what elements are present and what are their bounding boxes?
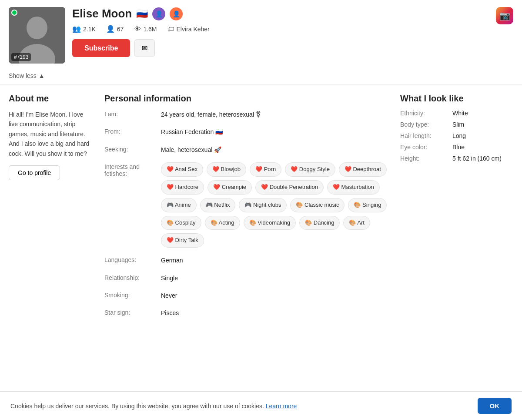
- followers-stat: 👥 2.1K: [72, 25, 96, 33]
- interests-tags: ❤️ Anal Sex❤️ Blowjob❤️ Porn❤️ Doggy Sty…: [161, 162, 387, 248]
- interest-tag: ❤️ Blowjob: [207, 162, 246, 177]
- about-section: About me Hi all! I'm Elise Moon. I love …: [9, 94, 104, 326]
- interest-tag: ❤️ Double Penetration: [255, 180, 324, 195]
- followers-count: 2.1K: [83, 26, 96, 33]
- name-row: Elise Moon 🇷🇺 👤 👤: [72, 7, 513, 20]
- interest-tag: 🎨 Dancing: [299, 216, 340, 230]
- actions-row: Subscribe ✉: [72, 39, 513, 57]
- interest-tag: 🎨 Cosplay: [161, 216, 201, 230]
- star-sign-value: Pisces: [161, 308, 179, 318]
- ethnicity-label: Ethnicity:: [400, 110, 452, 117]
- subscribe-button[interactable]: Subscribe: [72, 39, 130, 57]
- languages-label: Languages:: [104, 255, 161, 265]
- interest-tag: 🎨 Art: [343, 216, 370, 230]
- body-label: Body type:: [400, 121, 452, 128]
- looks-section: What I look like Ethnicity: White Body t…: [400, 94, 513, 326]
- interest-tag: 🎨 Videomaking: [244, 216, 296, 230]
- interest-tag: ❤️ Hardcore: [161, 180, 204, 195]
- interest-tag: 🎨 Singing: [348, 198, 387, 212]
- instagram-button[interactable]: 📷: [496, 7, 513, 24]
- following-icon: 👤: [106, 25, 115, 33]
- interests-label: Interests and fetishes:: [104, 162, 161, 248]
- live-indicator: [11, 10, 17, 16]
- interest-tag: 🎮 Anime: [161, 198, 197, 212]
- about-title: About me: [9, 94, 91, 104]
- height-label: Height:: [400, 155, 452, 162]
- seeking-row: Seeking: Male, heterosexual 🚀: [104, 145, 387, 155]
- seeking-label: Seeking:: [104, 145, 161, 155]
- user-icon-2[interactable]: 👤: [170, 7, 183, 20]
- eye-value: Blue: [452, 144, 465, 151]
- relationship-label: Relationship:: [104, 273, 161, 283]
- interest-tag: 🎨 Classic music: [290, 198, 345, 212]
- manager-name: Elvira Keher: [177, 26, 210, 33]
- views-stat: 👁 1.6M: [134, 25, 157, 33]
- smoking-row: Smoking: Never: [104, 291, 387, 300]
- content-area: About me Hi all! I'm Elise Moon. I love …: [0, 85, 522, 335]
- personal-title: Personal information: [104, 94, 387, 104]
- hair-value: Long: [452, 132, 466, 139]
- ethnicity-row: Ethnicity: White: [400, 110, 513, 117]
- stats-row: 👥 2.1K 👤 67 👁 1.6M 🏷 Elvira Keher: [72, 25, 513, 33]
- show-less-toggle[interactable]: Show less ▲: [0, 71, 522, 85]
- ethnicity-value: White: [452, 110, 468, 117]
- hair-row: Hair length: Long: [400, 132, 513, 139]
- interests-row: Interests and fetishes: ❤️ Anal Sex❤️ Bl…: [104, 162, 387, 248]
- height-value: 5 ft 62 in (160 cm): [452, 155, 502, 162]
- interest-tag: ❤️ Porn: [250, 162, 281, 177]
- smoking-label: Smoking:: [104, 291, 161, 300]
- interest-tag: 🎨 Acting: [205, 216, 240, 230]
- avatar-container: #7193: [9, 7, 65, 64]
- i-am-label: I am:: [104, 110, 161, 119]
- personal-section: Personal information I am: 24 years old,…: [104, 94, 400, 326]
- followers-icon: 👥: [72, 25, 81, 33]
- message-button[interactable]: ✉: [134, 39, 155, 57]
- gender-icon: ⚧: [256, 111, 261, 118]
- seeking-value: Male, heterosexual 🚀: [161, 145, 221, 155]
- chevron-up-icon: ▲: [39, 72, 45, 79]
- smoking-value: Never: [161, 291, 177, 300]
- profile-name: Elise Moon: [72, 7, 132, 20]
- interest-tag: ❤️ Doggy Style: [285, 162, 335, 177]
- manager-icon: 🏷: [167, 25, 174, 33]
- following-count: 67: [117, 26, 124, 33]
- tags-container: ❤️ Anal Sex❤️ Blowjob❤️ Porn❤️ Doggy Sty…: [161, 162, 387, 248]
- show-less-label: Show less: [9, 72, 37, 79]
- relationship-value: Single: [161, 273, 178, 283]
- body-row: Body type: Slim: [400, 121, 513, 128]
- i-am-value: 24 years old, female, heterosexual ⚧: [161, 110, 261, 119]
- eye-label: Eye color:: [400, 144, 452, 151]
- interest-tag: 🎮 Netflix: [200, 198, 236, 212]
- about-text: Hi all! I'm Elise Moon. I love live comm…: [9, 110, 91, 158]
- from-row: From: Russian Federation 🇷🇺: [104, 127, 387, 137]
- looks-title: What I look like: [400, 94, 513, 104]
- go-to-profile-button[interactable]: Go to profile: [9, 165, 60, 180]
- from-value: Russian Federation 🇷🇺: [161, 127, 223, 137]
- views-count: 1.6M: [143, 26, 157, 33]
- svg-point-1: [27, 17, 47, 39]
- following-stat: 👤 67: [106, 25, 124, 33]
- body-value: Slim: [452, 121, 464, 128]
- top-bar: #7193 Elise Moon 🇷🇺 👤 👤 👥 2.1K 👤 67 👁 1.…: [0, 0, 522, 71]
- star-sign-label: Star sign:: [104, 308, 161, 318]
- country-flag: 🇷🇺: [136, 8, 148, 20]
- languages-row: Languages: German: [104, 255, 387, 265]
- hair-label: Hair length:: [400, 132, 452, 139]
- height-row: Height: 5 ft 62 in (160 cm): [400, 155, 513, 162]
- interest-tag: ❤️ Masturbation: [327, 180, 380, 195]
- i-am-row: I am: 24 years old, female, heterosexual…: [104, 110, 387, 119]
- interest-tag: ❤️ Deepthroat: [339, 162, 387, 177]
- languages-value: German: [161, 255, 183, 265]
- user-icon[interactable]: 👤: [152, 7, 165, 20]
- eye-row: Eye color: Blue: [400, 144, 513, 151]
- profile-id: #7193: [11, 53, 31, 61]
- star-sign-row: Star sign: Pisces: [104, 308, 387, 318]
- profile-info: Elise Moon 🇷🇺 👤 👤 👥 2.1K 👤 67 👁 1.6M 🏷 E…: [72, 7, 513, 57]
- from-label: From:: [104, 127, 161, 137]
- manager-stat: 🏷 Elvira Keher: [167, 25, 210, 33]
- interest-tag: 🎮 Night clubs: [239, 198, 287, 212]
- interest-tag: ❤️ Creampie: [207, 180, 252, 195]
- interest-tag: ❤️ Anal Sex: [161, 162, 203, 177]
- interest-tag: ❤️ Dirty Talk: [161, 233, 204, 248]
- views-icon: 👁: [134, 25, 141, 33]
